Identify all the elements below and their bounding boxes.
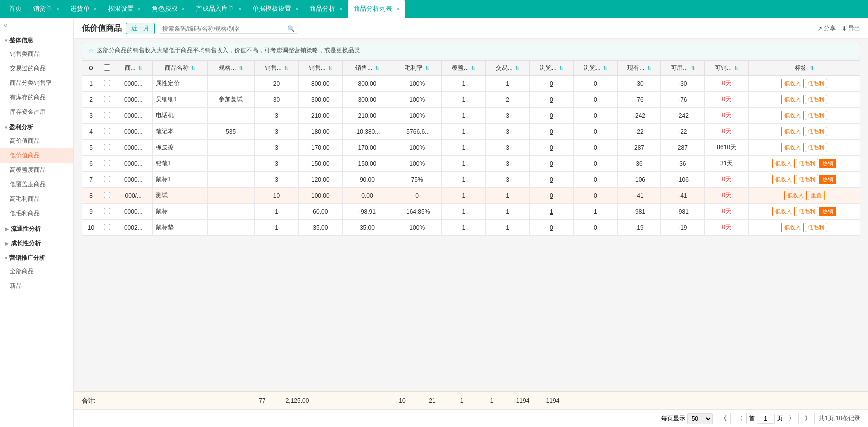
sidebar-group-growth[interactable]: ▶ 成长性分析: [0, 235, 73, 250]
th-view2[interactable]: 浏览... ⇅: [573, 61, 617, 76]
select-all-checkbox[interactable]: [104, 64, 110, 71]
sidebar-item-stock-funds[interactable]: 库存资金占用: [0, 105, 73, 119]
nav-role-auth[interactable]: 角色授权 ×: [147, 0, 190, 18]
view-count-link[interactable]: 0: [550, 80, 553, 87]
sidebar-item-new-products[interactable]: 新品: [0, 279, 73, 293]
row-checkbox-cell[interactable]: [100, 188, 114, 204]
row-checkbox-cell[interactable]: [100, 204, 114, 220]
per-page-select[interactable]: 50 100 200: [687, 413, 713, 424]
view-count-link[interactable]: 0: [550, 176, 553, 183]
th-spec[interactable]: 规格... ⇅: [208, 61, 255, 76]
row-checkbox-cell[interactable]: [100, 76, 114, 92]
close-icon[interactable]: ×: [182, 6, 185, 12]
th-settings[interactable]: ⚙: [82, 61, 100, 76]
th-available[interactable]: 可用... ⇅: [661, 61, 705, 76]
close-icon[interactable]: ×: [56, 6, 59, 12]
nav-template-settings[interactable]: 单据模板设置 ×: [247, 0, 303, 18]
sidebar-item-category-sales-rate[interactable]: 商品分类销售率: [0, 76, 73, 90]
th-check[interactable]: [100, 61, 114, 76]
sidebar-item-sales-products[interactable]: 销售类商品: [0, 47, 73, 61]
row-checkbox-cell[interactable]: [100, 92, 114, 108]
sidebar-group-circulation[interactable]: ▶ 流通性分析: [0, 221, 73, 235]
page-number-input[interactable]: [757, 414, 775, 424]
prev-page-button[interactable]: 〈: [733, 413, 747, 424]
th-coverage[interactable]: 覆盖... ⇅: [442, 61, 486, 76]
close-icon[interactable]: ×: [339, 6, 342, 12]
filter-recent-month-button[interactable]: 近一月: [126, 23, 155, 34]
row-checkbox[interactable]: [104, 160, 110, 166]
row-checkbox[interactable]: [104, 208, 110, 214]
row-checkbox[interactable]: [104, 144, 110, 150]
th-sale-amt[interactable]: 销售... ⇅: [298, 61, 342, 76]
row-checkbox-cell[interactable]: [100, 220, 114, 236]
chevron-down-icon: ▾: [5, 255, 7, 261]
row-checkbox-cell[interactable]: [100, 124, 114, 140]
view-count-link[interactable]: 0: [550, 224, 553, 231]
row-number: 9: [82, 204, 100, 220]
th-sale-qty[interactable]: 销售... ⇅: [255, 61, 299, 76]
search-input[interactable]: [162, 25, 285, 32]
row-checkbox[interactable]: [104, 128, 110, 134]
sidebar-group-marketing[interactable]: ▾ 营销推广分析: [0, 250, 73, 264]
nav-product-storage[interactable]: 产成品入库单 ×: [191, 0, 246, 18]
th-sellable[interactable]: 可销... ⇅: [705, 61, 749, 76]
nav-purchase-order[interactable]: 进货单 ×: [65, 0, 102, 18]
close-icon[interactable]: ×: [396, 6, 399, 12]
row-checkbox[interactable]: [104, 96, 110, 102]
close-icon[interactable]: ×: [238, 6, 241, 12]
row-checkbox-cell[interactable]: [100, 172, 114, 188]
sidebar-item-low-margin[interactable]: 低毛利商品: [0, 206, 73, 221]
view-count-link[interactable]: 0: [550, 96, 553, 103]
th-view1[interactable]: 浏览... ⇅: [530, 61, 574, 76]
close-icon[interactable]: ×: [138, 6, 141, 12]
th-sale-cost[interactable]: 销售... ⇅: [342, 61, 392, 76]
row-checkbox[interactable]: [104, 112, 110, 118]
view-count-link[interactable]: 0: [550, 192, 553, 199]
row-checkbox[interactable]: [104, 80, 110, 86]
sidebar-item-low-value[interactable]: 低价值商品: [0, 148, 73, 163]
sidebar-collapse-button[interactable]: «: [4, 21, 8, 29]
row-checkbox[interactable]: [104, 192, 110, 198]
close-icon[interactable]: ×: [94, 6, 97, 12]
nav-product-analysis-list[interactable]: 商品分析列表 ×: [348, 0, 404, 18]
th-margin[interactable]: 毛利率 ⇅: [392, 61, 442, 76]
th-tags[interactable]: 标签 ⇅: [749, 61, 860, 76]
th-current-stock[interactable]: 现有... ⇅: [617, 61, 661, 76]
last-page-button[interactable]: 》: [801, 413, 815, 424]
th-trade[interactable]: 交易... ⇅: [486, 61, 530, 76]
sidebar-group-profit[interactable]: ▾ 盈利分析: [0, 119, 73, 134]
sidebar-group-overview[interactable]: ▾ 整体信息: [0, 32, 73, 47]
view-count-link[interactable]: 0: [550, 128, 553, 135]
share-button[interactable]: ↗ 分享: [817, 24, 836, 33]
sidebar-item-all-products[interactable]: 全部商品: [0, 264, 73, 279]
sidebar-item-traded-products[interactable]: 交易过的商品: [0, 61, 73, 76]
sale-qty: 3: [255, 108, 299, 124]
export-button[interactable]: ⬇ 导出: [842, 24, 860, 33]
view-count-link[interactable]: 1: [550, 208, 553, 215]
search-icon[interactable]: 🔍: [287, 25, 295, 32]
row-checkbox[interactable]: [104, 224, 110, 230]
first-page-button[interactable]: 《: [717, 413, 731, 424]
nav-sales-order[interactable]: 销货单 ×: [28, 0, 64, 18]
row-checkbox-cell[interactable]: [100, 156, 114, 172]
sale-amount: 150.00: [298, 156, 342, 172]
view-count-link[interactable]: 0: [550, 160, 553, 167]
row-checkbox-cell[interactable]: [100, 108, 114, 124]
row-checkbox[interactable]: [104, 176, 110, 182]
sidebar-item-high-margin[interactable]: 高毛利商品: [0, 192, 73, 206]
close-icon[interactable]: ×: [295, 6, 298, 12]
view-count-link[interactable]: 0: [550, 144, 553, 151]
row-checkbox-cell[interactable]: [100, 140, 114, 156]
sidebar-item-low-coverage[interactable]: 低覆盖度商品: [0, 177, 73, 192]
th-code[interactable]: 商... ⇅: [114, 61, 153, 76]
th-name[interactable]: 商品名称 ⇅: [153, 61, 208, 76]
sale-amount: 60.00: [298, 204, 342, 220]
nav-home[interactable]: 首页: [4, 0, 27, 18]
nav-product-analysis[interactable]: 商品分析 ×: [304, 0, 347, 18]
nav-permissions[interactable]: 权限设置 ×: [103, 0, 146, 18]
sidebar-item-stocked-products[interactable]: 有库存的商品: [0, 90, 73, 105]
next-page-button[interactable]: 〉: [785, 413, 799, 424]
sidebar-item-high-value[interactable]: 高价值商品: [0, 134, 73, 148]
view-count-link[interactable]: 0: [550, 112, 553, 119]
sidebar-item-high-coverage[interactable]: 高覆盖度商品: [0, 163, 73, 177]
